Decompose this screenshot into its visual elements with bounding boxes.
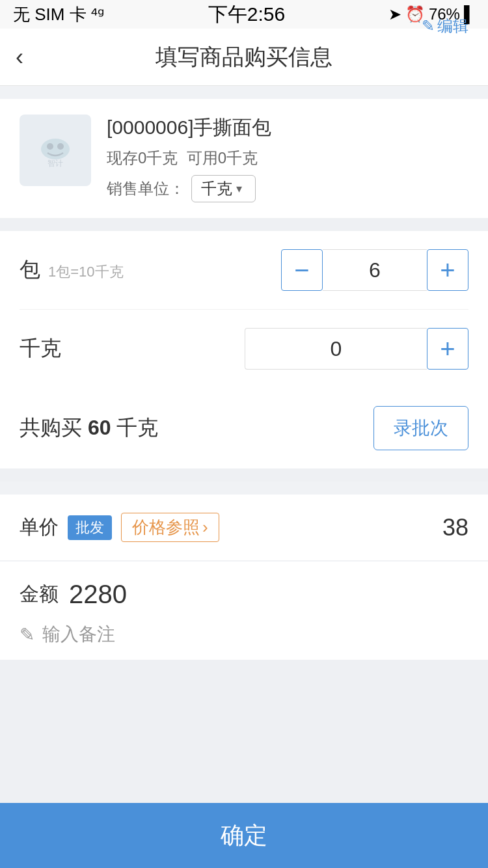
bao-input[interactable] bbox=[323, 249, 427, 291]
price-value: 38 bbox=[442, 514, 468, 541]
location-icon: ➤ bbox=[388, 5, 401, 23]
signal-text: 无 SIM 卡 ⁴ᵍ bbox=[13, 3, 105, 26]
kg-stepper: + bbox=[245, 328, 468, 370]
unit-chevron-icon: ▾ bbox=[236, 182, 242, 196]
price-ref-chevron-icon: › bbox=[202, 517, 208, 537]
status-left: 无 SIM 卡 ⁴ᵍ bbox=[13, 3, 105, 26]
price-label: 单价 bbox=[20, 514, 59, 541]
pencil-icon: ✎ bbox=[20, 624, 34, 645]
summary-section: 共购买 60 千克 录批次 bbox=[0, 388, 488, 468]
nav-bar: ‹ 填写商品购买信息 bbox=[0, 29, 488, 86]
kg-plus-button[interactable]: + bbox=[427, 328, 468, 370]
svg-text:智计: 智计 bbox=[47, 159, 63, 168]
back-button[interactable]: ‹ bbox=[16, 44, 23, 71]
svg-point-1 bbox=[47, 143, 53, 150]
remark-row[interactable]: ✎ 输入备注 bbox=[20, 622, 468, 647]
remark-placeholder: 输入备注 bbox=[42, 622, 115, 647]
kg-input[interactable] bbox=[245, 328, 427, 370]
price-tag: 批发 bbox=[68, 515, 112, 540]
kg-label: 千克 bbox=[20, 334, 61, 363]
svg-point-2 bbox=[57, 143, 64, 150]
input-section: 包 1包=10千克 − + 千克 + bbox=[0, 231, 488, 388]
price-reference-button[interactable]: 价格参照 › bbox=[121, 513, 219, 542]
edit-icon: ✎ bbox=[422, 17, 435, 35]
bao-hint: 1包=10千克 bbox=[48, 262, 124, 282]
page-title: 填写商品购买信息 bbox=[156, 42, 332, 72]
product-stock: 现存0千克 可用0千克 bbox=[107, 148, 468, 169]
bao-plus-button[interactable]: + bbox=[427, 249, 468, 291]
product-thumbnail: 智计 bbox=[20, 115, 91, 186]
amount-section: 金额 2280 ✎ 输入备注 bbox=[0, 562, 488, 660]
summary-text: 共购买 60 千克 bbox=[20, 414, 158, 442]
amount-label: 金额 bbox=[20, 581, 59, 608]
amount-value: 2280 bbox=[69, 580, 127, 609]
batch-button[interactable]: 录批次 bbox=[373, 406, 468, 450]
bao-label: 包 1包=10千克 bbox=[20, 256, 124, 284]
unit-select[interactable]: 千克 ▾ bbox=[191, 175, 256, 202]
product-info: [0000006]手撕面包 现存0千克 可用0千克 销售单位： 千克 ▾ bbox=[107, 115, 468, 202]
product-card: 智计 [0000006]手撕面包 现存0千克 可用0千克 销售单位： 千克 ▾ … bbox=[0, 99, 488, 218]
bao-input-row: 包 1包=10千克 − + bbox=[20, 231, 468, 310]
divider-1 bbox=[0, 218, 488, 231]
bao-stepper: − + bbox=[281, 249, 468, 291]
bao-minus-button[interactable]: − bbox=[281, 249, 323, 291]
status-bar: 无 SIM 卡 ⁴ᵍ 下午2:56 ➤ ⏰ 76% ▌ bbox=[0, 0, 488, 29]
status-time: 下午2:56 bbox=[208, 1, 285, 28]
edit-button[interactable]: ✎ 编辑 bbox=[422, 16, 468, 36]
product-logo-icon: 智计 bbox=[36, 131, 75, 170]
kg-input-row: 千克 + bbox=[20, 310, 468, 388]
confirm-button[interactable]: 确定 bbox=[0, 803, 488, 868]
amount-row: 金额 2280 bbox=[20, 580, 468, 609]
divider-2 bbox=[0, 468, 488, 481]
product-unit-row: 销售单位： 千克 ▾ bbox=[107, 175, 468, 202]
price-row: 单价 批发 价格参照 › 38 bbox=[20, 513, 468, 542]
product-name: [0000006]手撕面包 bbox=[107, 115, 468, 141]
price-section: 单价 批发 价格参照 › 38 bbox=[0, 495, 488, 560]
